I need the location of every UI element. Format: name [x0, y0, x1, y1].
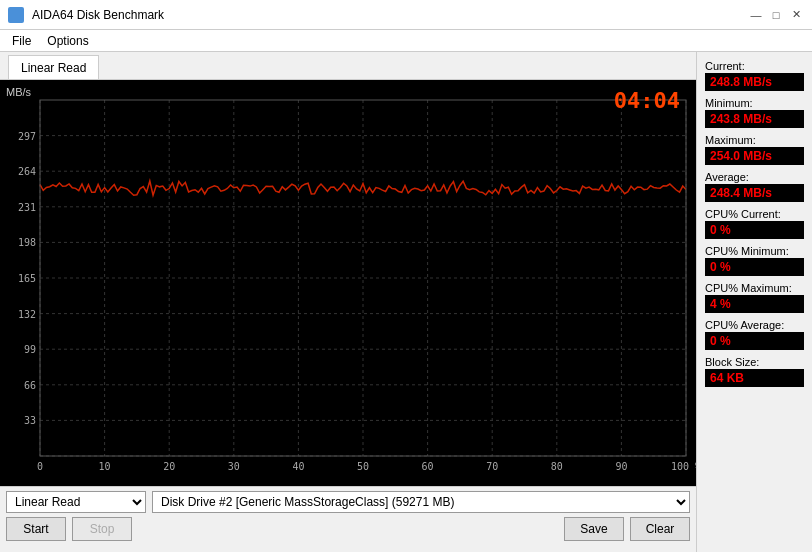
block-size-label: Block Size: — [705, 356, 804, 368]
app-icon — [8, 7, 24, 23]
minimum-label: Minimum: — [705, 97, 804, 109]
bottom-row1: Linear Read Disk Drive #2 [Generic MassS… — [6, 491, 690, 513]
tab-linear-read[interactable]: Linear Read — [8, 55, 99, 79]
cpu-average-label: CPU% Average: — [705, 319, 804, 331]
title-bar-left: AIDA64 Disk Benchmark — [8, 7, 164, 23]
cpu-average-value: 0 % — [705, 332, 804, 350]
maximize-button[interactable]: □ — [768, 7, 784, 23]
menu-options[interactable]: Options — [39, 32, 96, 50]
stop-button[interactable]: Stop — [72, 517, 132, 541]
title-bar: AIDA64 Disk Benchmark — □ ✕ — [0, 0, 812, 30]
chart-area: MB/s 04:04 — [0, 80, 696, 486]
cpu-current-label: CPU% Current: — [705, 208, 804, 220]
stat-cpu-minimum: CPU% Minimum: 0 % — [705, 245, 804, 276]
stat-cpu-current: CPU% Current: 0 % — [705, 208, 804, 239]
block-size-value: 64 KB — [705, 369, 804, 387]
menu-file[interactable]: File — [4, 32, 39, 50]
left-panel: Linear Read MB/s 04:04 Linear Read Disk … — [0, 52, 697, 552]
minimize-button[interactable]: — — [748, 7, 764, 23]
maximum-label: Maximum: — [705, 134, 804, 146]
start-button[interactable]: Start — [6, 517, 66, 541]
cpu-maximum-label: CPU% Maximum: — [705, 282, 804, 294]
menu-bar: File Options — [0, 30, 812, 52]
test-type-select[interactable]: Linear Read — [6, 491, 146, 513]
window-title: AIDA64 Disk Benchmark — [32, 8, 164, 22]
clear-button[interactable]: Clear — [630, 517, 690, 541]
bottom-row2: Start Stop Save Clear — [6, 517, 690, 541]
stat-cpu-average: CPU% Average: 0 % — [705, 319, 804, 350]
maximum-value: 254.0 MB/s — [705, 147, 804, 165]
minimum-value: 243.8 MB/s — [705, 110, 804, 128]
save-button[interactable]: Save — [564, 517, 624, 541]
stat-minimum: Minimum: 243.8 MB/s — [705, 97, 804, 128]
cpu-minimum-value: 0 % — [705, 258, 804, 276]
cpu-minimum-label: CPU% Minimum: — [705, 245, 804, 257]
main-content: Linear Read MB/s 04:04 Linear Read Disk … — [0, 52, 812, 552]
cpu-maximum-value: 4 % — [705, 295, 804, 313]
close-button[interactable]: ✕ — [788, 7, 804, 23]
stat-maximum: Maximum: 254.0 MB/s — [705, 134, 804, 165]
average-label: Average: — [705, 171, 804, 183]
stat-block-size: Block Size: 64 KB — [705, 356, 804, 387]
benchmark-chart — [0, 80, 696, 486]
average-value: 248.4 MB/s — [705, 184, 804, 202]
bottom-controls: Linear Read Disk Drive #2 [Generic MassS… — [0, 486, 696, 552]
stat-current: Current: 248.8 MB/s — [705, 60, 804, 91]
current-value: 248.8 MB/s — [705, 73, 804, 91]
disk-select[interactable]: Disk Drive #2 [Generic MassStorageClass]… — [152, 491, 690, 513]
stat-cpu-maximum: CPU% Maximum: 4 % — [705, 282, 804, 313]
cpu-current-value: 0 % — [705, 221, 804, 239]
stat-average: Average: 248.4 MB/s — [705, 171, 804, 202]
right-panel: Current: 248.8 MB/s Minimum: 243.8 MB/s … — [697, 52, 812, 552]
title-bar-controls: — □ ✕ — [748, 7, 804, 23]
current-label: Current: — [705, 60, 804, 72]
tab-bar: Linear Read — [0, 52, 696, 80]
